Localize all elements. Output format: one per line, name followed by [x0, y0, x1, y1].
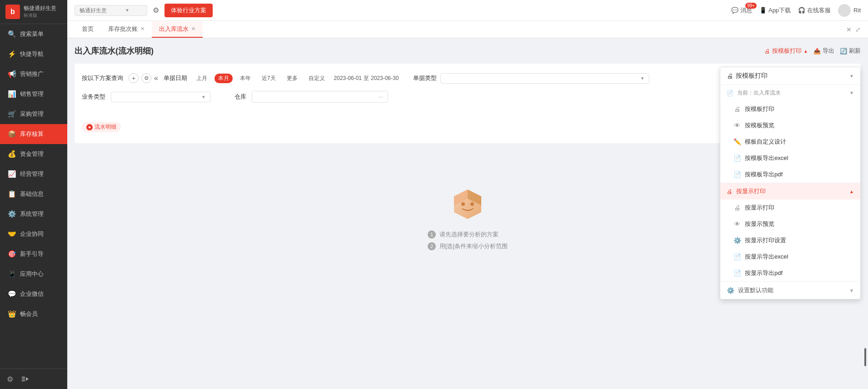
- business-type-select[interactable]: ▼: [111, 92, 211, 102]
- refresh-icon: 🔄: [840, 48, 847, 55]
- date-range-display: 2023-06-01 至 2023-06-30: [334, 75, 399, 82]
- tab-minimize-icon[interactable]: ✕: [846, 26, 852, 33]
- dp-template-excel-label: 按模板导出excel: [745, 154, 788, 162]
- sidebar-item-apps[interactable]: 📱 应用中心: [0, 264, 67, 284]
- service-icon: 🎧: [798, 7, 805, 14]
- svg-rect-1: [22, 379, 25, 379]
- date-btn-custom[interactable]: 自定义: [305, 74, 329, 83]
- sidebar-item-marketing[interactable]: 📢 营销推广: [0, 64, 67, 84]
- date-btn-more[interactable]: 更多: [283, 74, 301, 83]
- dropdown-template-print[interactable]: 🖨 按模板打印: [720, 101, 860, 117]
- sidebar-item-basic[interactable]: 📋 基础信息: [0, 184, 67, 204]
- warehouse-select[interactable]: ···: [252, 91, 388, 103]
- tab-maximize-icon[interactable]: ⤢: [855, 26, 861, 33]
- sidebar-item-wechat[interactable]: 💬 企业微信: [0, 284, 67, 304]
- online-service-label: 在线客服: [807, 6, 831, 15]
- dropdown-display-header[interactable]: 🖨 按显示打印 ▲: [720, 183, 860, 199]
- date-range-start: 2023-06-01: [334, 75, 362, 81]
- logo-icon: b: [5, 5, 20, 19]
- topbar: ▼ ⚙ 体验行业方案 💬 消息 99+ 📱 App下载 🎧 在线客服 Rit: [67, 0, 868, 21]
- business-type-chevron: ▼: [201, 95, 206, 100]
- filter-tag-icon: ●: [86, 124, 93, 130]
- svg-rect-2: [22, 380, 25, 381]
- filter-collapse-button[interactable]: «: [154, 74, 158, 82]
- message-button[interactable]: 💬 消息 99+: [731, 6, 752, 15]
- basic-icon: 📋: [7, 190, 16, 199]
- date-btn-current-month[interactable]: 本月: [215, 74, 233, 83]
- tab-batch-label: 库存批次账: [108, 25, 138, 33]
- tab-batch-close[interactable]: ✕: [140, 26, 145, 32]
- dp-template-preview-label: 按模板预览: [745, 121, 774, 130]
- dp-display-pdf-icon: 📄: [733, 269, 741, 277]
- sidebar-item-guide[interactable]: 🎯 新手引导: [0, 244, 67, 264]
- dropdown-display-excel[interactable]: 📄 按显示导出excel: [720, 249, 860, 265]
- dp-template-print-label: 按模板打印: [745, 105, 774, 113]
- tab-flow-close[interactable]: ✕: [191, 26, 195, 32]
- topbar-search-box[interactable]: ▼: [75, 5, 147, 16]
- dropdown-template-preview[interactable]: 👁 按模板预览: [720, 117, 860, 134]
- sidebar-item-search[interactable]: 🔍 搜索菜单: [0, 24, 67, 44]
- current-template-chevron: ▼: [849, 90, 854, 95]
- sidebar-collapse-button[interactable]: [20, 374, 31, 384]
- sidebar-item-member[interactable]: 👑 畅会员: [0, 304, 67, 324]
- sidebar-item-operations[interactable]: 📈 经营管理: [0, 164, 67, 184]
- sidebar-label-inventory: 库存核算: [20, 130, 44, 138]
- dp-template-pdf-icon: 📄: [733, 171, 741, 178]
- filter-settings-button[interactable]: ⚙: [141, 73, 151, 83]
- sidebar-label-operations: 经营管理: [20, 170, 44, 178]
- refresh-button[interactable]: 🔄 刷新: [840, 47, 861, 55]
- industry-solution-button[interactable]: 体验行业方案: [165, 4, 213, 17]
- topbar-search-input[interactable]: [80, 7, 125, 14]
- dropdown-header: 🖨 按模板打印 ▼: [720, 67, 860, 85]
- dropdown-template-excel[interactable]: 📄 按模板导出excel: [720, 150, 860, 166]
- sidebar-item-inventory[interactable]: 📦 库存核算: [0, 124, 67, 144]
- date-btn-last-7[interactable]: 近7天: [258, 74, 279, 83]
- dp-template-preview-icon: 👁: [733, 122, 741, 129]
- refresh-label: 刷新: [849, 47, 861, 55]
- tab-home-label: 首页: [82, 25, 94, 33]
- message-badge: 99+: [745, 3, 757, 9]
- receipt-type-select[interactable]: ▼: [440, 73, 649, 84]
- footer-settings-icon: ⚙️: [727, 287, 734, 294]
- sidebar-item-purchase[interactable]: 🛒 采购管理: [0, 104, 67, 124]
- sidebar-item-sales[interactable]: 📊 销售管理: [0, 84, 67, 104]
- member-icon: 👑: [7, 309, 16, 319]
- date-btn-last-month[interactable]: 上月: [193, 74, 211, 83]
- sidebar-label-system: 系统管理: [20, 210, 44, 218]
- dropdown-display-print[interactable]: 🖨 按显示打印: [720, 199, 860, 216]
- warehouse-more-icon[interactable]: ···: [379, 94, 383, 100]
- dropdown-template-custom[interactable]: ✏️ 模板自定义设计: [720, 134, 860, 150]
- dropdown-current: 📄 当前：出入库流水 ▼: [720, 85, 860, 101]
- sidebar-item-finance[interactable]: 💰 资金管理: [0, 144, 67, 164]
- sidebar-settings-button[interactable]: ⚙: [5, 374, 15, 384]
- sidebar-label-basic: 基础信息: [20, 190, 44, 198]
- app-name: 畅捷通好生意: [24, 5, 56, 12]
- dropdown-header-chevron[interactable]: ▼: [849, 74, 854, 79]
- dropdown-display-settings[interactable]: ⚙️ 按显示打印设置: [720, 232, 860, 249]
- topbar-gear-icon[interactable]: ⚙: [153, 6, 159, 15]
- sidebar-item-quick-nav[interactable]: ⚡ 快捷导航: [0, 44, 67, 64]
- app-download-button[interactable]: 📱 App下载: [759, 6, 791, 15]
- date-btn-current-year[interactable]: 本年: [236, 74, 254, 83]
- sidebar-item-collab[interactable]: 🤝 企业协同: [0, 224, 67, 244]
- svg-point-7: [470, 202, 474, 206]
- export-button[interactable]: 📤 导出: [813, 47, 834, 55]
- dropdown-footer[interactable]: ⚙️ 设置默认功能 ▼: [720, 281, 860, 299]
- sales-icon: 📊: [7, 90, 16, 99]
- filter-add-button[interactable]: +: [129, 73, 139, 83]
- main-content: ▼ ⚙ 体验行业方案 💬 消息 99+ 📱 App下载 🎧 在线客服 Rit: [67, 0, 868, 389]
- sidebar-item-system[interactable]: ⚙️ 系统管理: [0, 204, 67, 224]
- date-range-sep: 至: [364, 75, 369, 82]
- tab-home[interactable]: 首页: [75, 21, 101, 38]
- dropdown-display-preview[interactable]: 👁 按显示预览: [720, 216, 860, 232]
- dropdown-template-pdf[interactable]: 📄 按模板导出pdf: [720, 166, 860, 183]
- sidebar-label-sales: 销售管理: [20, 90, 44, 98]
- user-menu[interactable]: Rit: [838, 4, 861, 17]
- online-service-button[interactable]: 🎧 在线客服: [798, 6, 831, 15]
- filter-label: 按以下方案查询: [82, 74, 123, 82]
- dropdown-display-pdf[interactable]: 📄 按显示导出pdf: [720, 265, 860, 281]
- tab-batch[interactable]: 库存批次账 ✕: [101, 21, 152, 38]
- topbar-chevron-icon[interactable]: ▼: [125, 8, 130, 13]
- tab-flow[interactable]: 出入库流水 ✕: [152, 21, 203, 38]
- print-template-button[interactable]: 🖨 按模板打印 ▲: [764, 47, 808, 55]
